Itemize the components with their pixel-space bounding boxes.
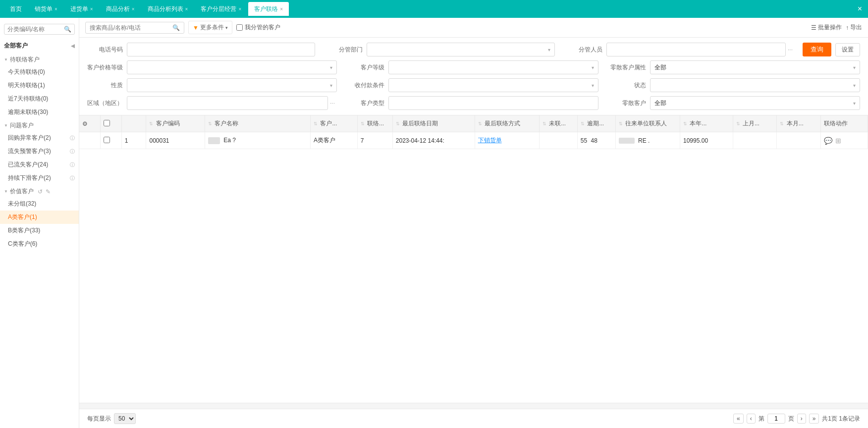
- edit-icon[interactable]: ✎: [46, 188, 51, 195]
- row-select-checkbox[interactable]: [104, 137, 110, 143]
- region-dots[interactable]: ···: [328, 100, 337, 107]
- first-page-btn[interactable]: «: [733, 414, 744, 424]
- sparse-customer-select[interactable]: 全部 ▾: [650, 96, 860, 110]
- nav-tab-goods-analysis-list[interactable]: 商品分析列表 ×: [142, 2, 194, 16]
- col-overdue[interactable]: ⇅ 逾期...: [577, 115, 615, 132]
- refresh-icon[interactable]: ↺: [38, 188, 43, 195]
- sidebar-item-today[interactable]: 今天待联络(0): [0, 65, 79, 79]
- my-customers-check[interactable]: [236, 24, 243, 31]
- nav-tab-customer-contact[interactable]: 客户联络 ×: [248, 2, 289, 16]
- sidebar-section-value[interactable]: ▼ 价值客户 ↺ ✎: [0, 185, 79, 197]
- sidebar-item-b-class[interactable]: B类客户(33): [0, 224, 79, 237]
- col-no-contact[interactable]: ⇅ 未联...: [539, 115, 577, 132]
- dept-select[interactable]: ▾: [367, 43, 555, 56]
- nav-tab-customer-segment-close[interactable]: ×: [238, 6, 241, 12]
- page-size-select[interactable]: 50: [114, 413, 136, 424]
- phone-input[interactable]: [127, 43, 315, 56]
- col-contact[interactable]: ⇅ 联络...: [357, 115, 392, 132]
- info-icon-churned: ⓘ: [70, 161, 75, 168]
- settings-icon[interactable]: ⚙: [82, 120, 88, 127]
- sidebar-item-churned[interactable]: 已流失客户(24) ⓘ: [0, 158, 79, 171]
- nav-tab-home[interactable]: 首页: [4, 2, 28, 16]
- nav-tab-sales[interactable]: 销货单 ×: [29, 2, 63, 16]
- sidebar-search-icon[interactable]: 🔍: [64, 26, 71, 33]
- batch-op-icon: ☰: [811, 24, 816, 31]
- sidebar-item-churn-warning[interactable]: 流失预警客户(3) ⓘ: [0, 145, 79, 158]
- col-type[interactable]: ⇅ 客户...: [311, 115, 358, 132]
- nav-tab-goods-analysis-close[interactable]: ×: [132, 6, 135, 12]
- nav-tab-purchase[interactable]: 进货单 ×: [64, 2, 99, 16]
- more-filters-btn[interactable]: ▼ 更多条件 ▾: [188, 21, 232, 34]
- col-checkbox[interactable]: [101, 115, 122, 132]
- batch-op-btn[interactable]: ☰ 批量操作: [811, 23, 842, 32]
- nav-tab-customer-segment[interactable]: 客户分层经营 ×: [195, 2, 247, 16]
- col-this-year-label: 本年...: [690, 120, 706, 127]
- col-code[interactable]: ⇅ 客户编码: [146, 115, 205, 132]
- payment-select[interactable]: ▾: [388, 78, 598, 92]
- sparse-customer-value: 全部: [654, 99, 666, 107]
- manager-dots[interactable]: ···: [786, 46, 795, 53]
- sidebar-item-unclassified[interactable]: 未分组(32): [0, 197, 79, 211]
- next-page-btn[interactable]: ›: [797, 414, 806, 424]
- main-search-box[interactable]: 🔍: [85, 22, 184, 34]
- last-page-btn[interactable]: »: [809, 414, 819, 424]
- row-last-method[interactable]: 下销货单: [475, 132, 539, 149]
- main-search-input[interactable]: [90, 24, 170, 31]
- price-level-select[interactable]: ▾: [127, 60, 337, 74]
- col-name[interactable]: ⇅ 客户名称: [205, 115, 310, 132]
- nav-tab-customer-contact-close[interactable]: ×: [280, 6, 283, 12]
- reset-button[interactable]: 设置: [835, 43, 860, 56]
- query-button[interactable]: 查询: [803, 43, 831, 56]
- chat-icon[interactable]: 💬: [824, 137, 832, 145]
- sidebar-search-input[interactable]: [7, 26, 64, 33]
- sidebar-item-c-class[interactable]: C类客户(6): [0, 237, 79, 251]
- nav-tab-sales-close[interactable]: ×: [54, 6, 57, 12]
- region-select[interactable]: [127, 96, 328, 110]
- share-icon[interactable]: ⊞: [835, 137, 841, 145]
- col-last-date[interactable]: ⇅ 最后联络日期: [392, 115, 475, 132]
- sidebar-section-problem[interactable]: ▼ 问题客户: [0, 119, 79, 131]
- col-this-year[interactable]: ⇅ 本年...: [680, 115, 733, 132]
- row-checkbox[interactable]: [101, 132, 122, 149]
- table-row: 1 000031 Ea ? A类客户 7 2023-04-12 14:44: 下…: [79, 132, 868, 149]
- export-btn[interactable]: ↑ 导出: [846, 23, 862, 32]
- my-customers-checkbox[interactable]: 我分管的客户: [236, 23, 280, 32]
- horizontal-scrollbar[interactable]: [79, 403, 868, 409]
- status-label: 状态: [610, 81, 650, 90]
- row-name[interactable]: Ea ?: [205, 132, 310, 149]
- sidebar-item-overdue[interactable]: 逾期未联络(30): [0, 106, 79, 119]
- sidebar-item-tomorrow[interactable]: 明天待联络(1): [0, 79, 79, 92]
- page-number-input[interactable]: [767, 414, 785, 424]
- dept-label: 分管部门: [327, 46, 367, 54]
- col-unit-contact[interactable]: ⇅ 往来单位联系人: [615, 115, 680, 132]
- select-all-checkbox[interactable]: [104, 120, 110, 126]
- sidebar-item-repurchase-abnormal[interactable]: 回购异常客户(2) ⓘ: [0, 131, 79, 145]
- manager-select[interactable]: [606, 43, 786, 56]
- sidebar-all-customers[interactable]: 全部客户 ◀: [0, 39, 79, 53]
- sidebar-search-box[interactable]: 🔍: [4, 24, 75, 35]
- nav-tab-goods-analysis-list-close[interactable]: ×: [185, 6, 188, 12]
- last-method-link[interactable]: 下销货单: [478, 137, 502, 144]
- sort-icon-last-date: ⇅: [396, 121, 400, 126]
- sidebar-item-week[interactable]: 近7天待联络(0): [0, 92, 79, 106]
- customer-type-input[interactable]: [388, 96, 598, 110]
- close-all-icon[interactable]: ×: [858, 4, 862, 13]
- nav-tab-goods-analysis-list-label: 商品分析列表: [148, 5, 183, 13]
- customer-level-chevron: ▾: [592, 65, 594, 70]
- sidebar-item-declining[interactable]: 持续下滑客户(2) ⓘ: [0, 171, 79, 185]
- prev-page-btn[interactable]: ‹: [747, 414, 756, 424]
- main-search-icon[interactable]: 🔍: [172, 24, 180, 31]
- table-container[interactable]: ⚙ ⇅ 客户编码 ⇅ 客户名称: [79, 115, 868, 403]
- sidebar-section-pending[interactable]: ▼ 待联络客户: [0, 53, 79, 65]
- customer-level-select[interactable]: ▾: [388, 60, 598, 74]
- sidebar-item-a-class[interactable]: A类客户(1): [0, 211, 79, 224]
- col-last-method[interactable]: ⇅ 最后联络方式: [475, 115, 539, 132]
- sparse-attr-select[interactable]: 全部 ▾: [650, 60, 860, 74]
- nature-select[interactable]: ▾: [127, 78, 337, 92]
- status-select[interactable]: ▾: [650, 78, 860, 92]
- nav-tab-goods-analysis[interactable]: 商品分析 ×: [100, 2, 141, 16]
- col-settings[interactable]: ⚙: [79, 115, 101, 132]
- nav-tab-purchase-close[interactable]: ×: [90, 6, 93, 12]
- col-last-month[interactable]: ⇅ 上月...: [733, 115, 777, 132]
- col-this-month[interactable]: ⇅ 本月...: [777, 115, 821, 132]
